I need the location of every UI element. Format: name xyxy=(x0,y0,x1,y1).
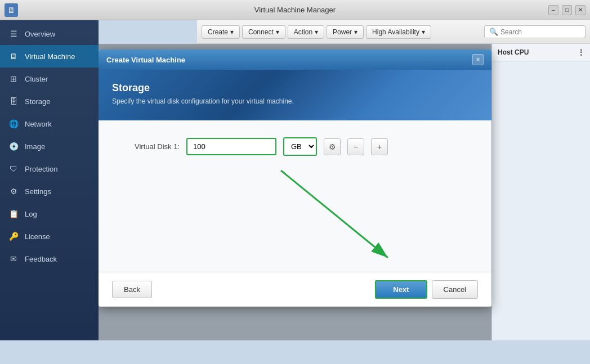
sidebar-item-license[interactable]: 🔑 License xyxy=(0,225,99,248)
disk-decrease-button[interactable]: − xyxy=(347,138,364,155)
sidebar-label-protection: Protection xyxy=(25,165,58,173)
sidebar-label-license: License xyxy=(25,232,50,241)
storage-icon: 🗄 xyxy=(8,96,19,107)
action-dropdown-icon: ▾ xyxy=(315,28,318,36)
log-icon: 📋 xyxy=(8,208,19,219)
sidebar-label-storage: Storage xyxy=(25,97,51,106)
content-area: Create Virtual Machine × Storage Specify… xyxy=(99,44,491,340)
sidebar-item-network[interactable]: 🌐 Network xyxy=(0,113,99,135)
sidebar-item-feedback[interactable]: ✉ Feedback xyxy=(0,248,99,270)
svg-line-1 xyxy=(281,170,388,258)
sidebar-item-virtual-machine[interactable]: 🖥 Virtual Machine xyxy=(0,45,99,68)
create-button[interactable]: Create ▾ xyxy=(202,25,240,39)
license-icon: 🔑 xyxy=(8,231,19,242)
gear-icon: ⚙ xyxy=(329,142,336,151)
cancel-button[interactable]: Cancel xyxy=(432,280,478,299)
ha-dropdown-icon: ▾ xyxy=(422,28,425,36)
power-button[interactable]: Power ▾ xyxy=(327,25,364,39)
sidebar-label-virtual-machine: Virtual Machine xyxy=(25,52,75,61)
overview-icon: ☰ xyxy=(8,28,19,39)
disk-settings-button[interactable]: ⚙ xyxy=(324,138,341,155)
footer-right-buttons: Next Cancel xyxy=(375,280,478,299)
sidebar-label-network: Network xyxy=(25,120,52,128)
sidebar-label-image: Image xyxy=(25,142,45,151)
sidebar-item-settings[interactable]: ⚙ Settings xyxy=(0,180,99,203)
sidebar-label-settings: Settings xyxy=(25,187,51,196)
modal-body: Virtual Disk 1: MB GB TB ⚙ xyxy=(99,120,491,272)
app-title: Virtual Machine Manager xyxy=(254,6,336,14)
search-box: 🔍 xyxy=(484,25,585,38)
connect-dropdown-icon: ▾ xyxy=(276,28,279,36)
sidebar-label-feedback: Feedback xyxy=(25,255,57,263)
disk-unit-select[interactable]: MB GB TB xyxy=(283,137,317,156)
power-dropdown-icon: ▾ xyxy=(354,28,357,36)
close-button[interactable]: ✕ xyxy=(575,5,585,15)
modal-header-subtitle: Specify the virtual disk configuration f… xyxy=(112,97,478,105)
right-panel: Host CPU ⋮ xyxy=(491,44,590,340)
minimize-button[interactable]: – xyxy=(548,5,558,15)
sidebar-item-protection[interactable]: 🛡 Protection xyxy=(0,158,99,180)
sidebar-item-image[interactable]: 💿 Image xyxy=(0,135,99,158)
feedback-icon: ✉ xyxy=(8,253,19,264)
plus-icon: + xyxy=(377,142,382,151)
disk-size-input[interactable] xyxy=(186,138,276,155)
host-cpu-label: Host CPU xyxy=(498,48,529,56)
create-vm-modal: Create Virtual Machine × Storage Specify… xyxy=(99,50,491,307)
right-panel-header: Host CPU ⋮ xyxy=(492,44,590,61)
sidebar-item-overview[interactable]: ☰ Overview xyxy=(0,23,99,45)
modal-title: Create Virtual Machine xyxy=(106,56,185,64)
modal-overlay: Create Virtual Machine × Storage Specify… xyxy=(99,44,491,340)
virtual-disk-label: Virtual Disk 1: xyxy=(112,142,180,151)
window-controls: – □ ✕ xyxy=(548,5,585,15)
connect-button[interactable]: Connect ▾ xyxy=(242,25,285,39)
high-availability-button[interactable]: High Availability ▾ xyxy=(366,25,431,39)
next-button[interactable]: Next xyxy=(375,280,427,299)
annotation-area xyxy=(112,165,478,255)
virtual-machine-icon: 🖥 xyxy=(8,51,19,62)
title-bar: 🖥 Virtual Machine Manager – □ ✕ xyxy=(0,0,590,20)
modal-footer: Back Next Cancel xyxy=(99,272,491,307)
modal-titlebar: Create Virtual Machine × xyxy=(99,50,491,70)
sidebar-label-overview: Overview xyxy=(25,30,55,38)
back-button[interactable]: Back xyxy=(112,281,152,298)
network-icon: 🌐 xyxy=(8,118,19,129)
sidebar: ☰ Overview 🖥 Virtual Machine ⊞ Cluster 🗄… xyxy=(0,20,99,340)
search-input[interactable] xyxy=(500,28,579,36)
modal-header-title: Storage xyxy=(112,82,478,94)
settings-icon: ⚙ xyxy=(8,186,19,197)
protection-icon: 🛡 xyxy=(8,163,19,174)
create-dropdown-icon: ▾ xyxy=(230,28,234,36)
annotation-arrow xyxy=(112,165,491,277)
app-icon: 🖥 xyxy=(5,3,18,17)
cluster-icon: ⊞ xyxy=(8,73,19,84)
sidebar-item-cluster[interactable]: ⊞ Cluster xyxy=(0,68,99,90)
image-icon: 💿 xyxy=(8,141,19,152)
toolbar: Create ▾ Connect ▾ Action ▾ Power ▾ High… xyxy=(197,20,590,44)
search-icon: 🔍 xyxy=(489,28,498,36)
modal-close-button[interactable]: × xyxy=(472,54,484,65)
sidebar-label-cluster: Cluster xyxy=(25,75,48,83)
sidebar-label-log: Log xyxy=(25,210,37,218)
disk-increase-button[interactable]: + xyxy=(371,138,388,155)
modal-header-area: Storage Specify the virtual disk configu… xyxy=(99,70,491,120)
virtual-disk-row: Virtual Disk 1: MB GB TB ⚙ xyxy=(112,137,478,156)
more-icon[interactable]: ⋮ xyxy=(578,48,584,56)
action-button[interactable]: Action ▾ xyxy=(288,25,324,39)
main-layout: ☰ Overview 🖥 Virtual Machine ⊞ Cluster 🗄… xyxy=(0,20,590,340)
sidebar-item-log[interactable]: 📋 Log xyxy=(0,203,99,225)
minus-icon: − xyxy=(354,142,358,151)
sidebar-item-storage[interactable]: 🗄 Storage xyxy=(0,90,99,113)
maximize-button[interactable]: □ xyxy=(562,5,572,15)
